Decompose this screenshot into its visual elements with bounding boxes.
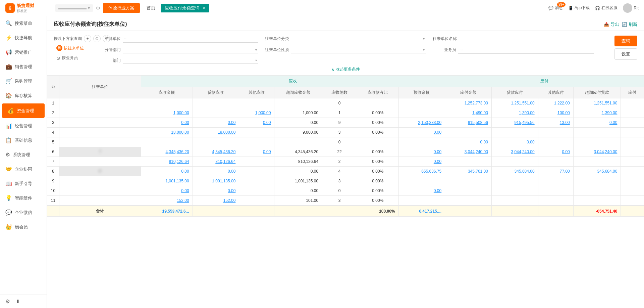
table-cell[interactable]: 810,126.64 bbox=[141, 157, 193, 167]
table-cell[interactable] bbox=[193, 108, 239, 118]
department-input[interactable]: ▾ bbox=[123, 57, 258, 64]
table-cell[interactable]: 1,390.00 bbox=[491, 108, 538, 118]
table-cell[interactable]: 152.00 bbox=[141, 196, 193, 206]
table-cell[interactable]: 0.00 bbox=[239, 118, 274, 128]
table-cell[interactable]: 1,000.00 bbox=[239, 108, 274, 118]
table-cell[interactable]: 3,044,240.00 bbox=[573, 147, 621, 157]
table-cell[interactable] bbox=[538, 128, 573, 137]
table-cell[interactable] bbox=[398, 108, 445, 118]
table-cell[interactable] bbox=[239, 128, 274, 137]
collapse-more-button[interactable]: ∧ 收起更多条件 bbox=[54, 67, 637, 72]
table-cell[interactable] bbox=[445, 176, 492, 186]
table-cell[interactable] bbox=[239, 137, 274, 147]
table-cell[interactable]: 4,345,436.20 bbox=[193, 147, 239, 157]
table-cell[interactable]: 3,044,240.00 bbox=[491, 147, 538, 157]
table-cell[interactable]: 0.00 bbox=[445, 137, 492, 147]
table-cell[interactable] bbox=[445, 128, 492, 137]
table-cell[interactable]: 0.00 bbox=[538, 147, 573, 157]
salesperson-input[interactable]: ··· bbox=[458, 46, 594, 54]
table-cell[interactable]: 4,345,436.20 bbox=[141, 147, 193, 157]
table-settings-icon[interactable]: ⚙ bbox=[47, 76, 59, 98]
export-button[interactable]: 📤 导出 bbox=[604, 21, 619, 28]
table-cell[interactable]: 18,000.00 bbox=[141, 128, 193, 137]
data-table-container[interactable]: ⚙ 往来单位 应收 应付 应收金额 贷款应收 其他应收 超期应收金额 应收笔数 … bbox=[47, 75, 644, 308]
sidebar-item-system[interactable]: ⚙ 系统管理 bbox=[0, 147, 47, 162]
table-cell[interactable]: 810,126.64 bbox=[193, 157, 239, 167]
table-cell[interactable]: 1,490.00 bbox=[445, 108, 492, 118]
table-cell[interactable] bbox=[538, 196, 573, 206]
table-cell[interactable]: 1,222.00 bbox=[538, 98, 573, 108]
table-cell[interactable]: 13.00 bbox=[538, 118, 573, 128]
table-cell[interactable]: 0.00 bbox=[193, 118, 239, 128]
tab-home[interactable]: 首页 bbox=[143, 4, 159, 12]
table-cell[interactable] bbox=[491, 157, 538, 167]
table-cell[interactable] bbox=[573, 196, 621, 206]
tab-current[interactable]: 应收应付余额查询 × bbox=[161, 4, 209, 12]
table-cell[interactable]: 915,508.56 bbox=[445, 118, 492, 128]
table-cell[interactable]: 0.00 bbox=[141, 186, 193, 196]
promo-button[interactable]: 体验行业方案 bbox=[103, 3, 140, 13]
table-cell[interactable] bbox=[445, 186, 492, 196]
table-cell[interactable] bbox=[193, 98, 239, 108]
table-cell[interactable]: 1,251,551.00 bbox=[491, 98, 538, 108]
table-cell[interactable]: 915,495.56 bbox=[491, 118, 538, 128]
sidebar-item-member[interactable]: 👑 畅会员 bbox=[0, 220, 47, 234]
sidebar-item-weixin[interactable]: 💬 企业微信 bbox=[0, 205, 47, 220]
table-cell[interactable] bbox=[491, 128, 538, 137]
table-cell[interactable] bbox=[398, 176, 445, 186]
app-download-button[interactable]: 📱 App下载 bbox=[568, 5, 590, 11]
table-cell[interactable] bbox=[573, 137, 621, 147]
edit-scheme-button[interactable]: ⊙ bbox=[93, 35, 101, 42]
table-cell[interactable]: 3,044,240.00 bbox=[445, 147, 492, 157]
sidebar-collapse-icon[interactable]: ⏸ bbox=[15, 299, 21, 305]
table-cell[interactable]: 100.00 bbox=[538, 108, 573, 118]
sidebar-settings-icon[interactable]: ⚙ bbox=[5, 298, 10, 305]
refresh-button[interactable]: 🔄 刷新 bbox=[622, 21, 637, 28]
table-cell[interactable] bbox=[398, 196, 445, 206]
table-cell[interactable] bbox=[193, 137, 239, 147]
notification-button[interactable]: 💬 消息 99+ bbox=[548, 5, 563, 11]
sidebar-item-guide[interactable]: 📖 新手引导 bbox=[0, 176, 47, 191]
table-cell[interactable] bbox=[239, 157, 274, 167]
table-cell[interactable]: 0.00 bbox=[141, 167, 193, 176]
table-cell[interactable] bbox=[239, 167, 274, 176]
sidebar-item-operations[interactable]: 📊 经营管理 bbox=[0, 119, 47, 133]
table-cell[interactable]: 1,251,551.00 bbox=[573, 98, 621, 108]
table-cell[interactable]: 1,390.00 bbox=[573, 108, 621, 118]
customer-name-input[interactable] bbox=[459, 37, 594, 40]
customer-nature-input[interactable]: ▾ bbox=[291, 47, 426, 53]
sidebar-item-collab[interactable]: 🤝 企业协同 bbox=[0, 162, 47, 176]
table-cell[interactable] bbox=[141, 98, 193, 108]
table-cell[interactable] bbox=[491, 176, 538, 186]
tab-close-icon[interactable]: × bbox=[203, 6, 205, 10]
table-cell[interactable] bbox=[573, 157, 621, 167]
table-cell[interactable] bbox=[398, 137, 445, 147]
table-cell[interactable] bbox=[445, 157, 492, 167]
table-cell[interactable] bbox=[573, 186, 621, 196]
footer-recv-amt[interactable]: 19,553,472,6... bbox=[141, 206, 193, 217]
table-cell[interactable]: 0.00 bbox=[193, 167, 239, 176]
table-cell[interactable]: 345,684.00 bbox=[491, 167, 538, 176]
table-cell[interactable]: 1,001,135.00 bbox=[141, 176, 193, 186]
table-cell[interactable] bbox=[239, 186, 274, 196]
user-info[interactable]: Rit bbox=[623, 3, 639, 13]
table-cell[interactable] bbox=[445, 196, 492, 206]
table-cell[interactable] bbox=[573, 176, 621, 186]
table-cell[interactable]: 345,761.00 bbox=[445, 167, 492, 176]
table-cell[interactable]: 0.00 bbox=[491, 137, 538, 147]
table-cell[interactable]: 0.00 bbox=[193, 186, 239, 196]
table-cell[interactable]: 77.00 bbox=[538, 167, 573, 176]
table-cell[interactable]: 0.00 bbox=[398, 128, 445, 137]
table-cell[interactable]: 1,001,135.00 bbox=[193, 176, 239, 186]
customer-category-input[interactable]: ▾ bbox=[291, 36, 426, 42]
table-cell[interactable] bbox=[538, 137, 573, 147]
table-cell[interactable]: 1,000.00 bbox=[141, 108, 193, 118]
table-cell[interactable] bbox=[141, 137, 193, 147]
scheme-by-partner[interactable]: 畅 按往来单位 bbox=[54, 44, 110, 52]
sidebar-item-finance[interactable]: 💰 资金管理 bbox=[2, 103, 45, 118]
online-service-button[interactable]: 🎧 在线客服 bbox=[595, 5, 618, 11]
table-cell[interactable] bbox=[538, 157, 573, 167]
gear-icon[interactable]: ⚙ bbox=[96, 5, 100, 11]
dept-manager-input[interactable]: ▾ bbox=[123, 47, 258, 53]
sidebar-item-marketing[interactable]: 📢 营销推广 bbox=[0, 45, 47, 59]
